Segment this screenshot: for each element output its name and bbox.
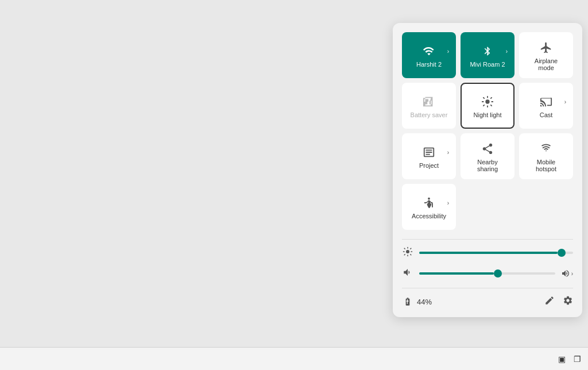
tile-night-light[interactable]: Night light (461, 83, 514, 129)
volume-row: › (402, 267, 573, 280)
battery-charging-icon (402, 297, 413, 306)
tile-project[interactable]: › Project (402, 133, 456, 179)
brightness-row (402, 246, 573, 259)
cast-icon (540, 95, 552, 108)
cast-chevron: › (564, 99, 566, 105)
bottom-actions (544, 295, 573, 308)
accessibility-label: Accessibility (412, 213, 446, 219)
tile-accessibility[interactable]: › Accessibility (402, 184, 456, 230)
taskbar-icon-2[interactable]: ❐ (571, 352, 583, 366)
wifi-icon (423, 45, 435, 57)
tile-cast[interactable]: › Cast (519, 83, 573, 129)
airplane-icon (540, 41, 552, 54)
tile-bluetooth[interactable]: › Mivi Roam 2 (461, 32, 514, 78)
bottom-bar: 44% (402, 295, 573, 308)
brightness-icon (402, 246, 413, 259)
night-light-icon (481, 95, 494, 108)
battery-saver-icon (423, 95, 435, 108)
battery-info: 44% (402, 297, 432, 306)
bt-label: Mivi Roam 2 (470, 61, 505, 68)
divider-1 (402, 239, 573, 240)
project-chevron: › (447, 149, 449, 156)
svg-point-1 (428, 198, 430, 200)
tile-nearby-sharing[interactable]: Nearby sharing (461, 133, 514, 179)
tile-mobile-hotspot[interactable]: Mobile hotspot (519, 133, 573, 179)
nearby-sharing-icon (481, 142, 494, 155)
tiles-grid: › Harshit 2 › Mivi Roam 2 (402, 32, 573, 230)
svg-point-0 (485, 99, 489, 103)
quick-settings-panel: › Harshit 2 › Mivi Roam 2 (393, 23, 582, 317)
svg-point-2 (406, 250, 409, 253)
accessibility-icon (423, 196, 435, 209)
project-icon (423, 146, 435, 159)
edit-button[interactable] (544, 295, 555, 308)
battery-percent: 44% (417, 298, 432, 306)
taskbar-icons: ▣ ❐ (556, 352, 583, 366)
mobile-hotspot-icon (540, 142, 552, 155)
volume-slider[interactable] (419, 272, 555, 275)
battery-saver-label: Battery saver (411, 111, 448, 118)
cast-label: Cast (540, 111, 553, 118)
tile-wifi[interactable]: › Harshit 2 (402, 32, 456, 78)
brightness-slider[interactable] (419, 252, 573, 254)
bluetooth-icon (482, 45, 493, 57)
night-light-label: Night light (474, 111, 502, 118)
taskbar-icon-1[interactable]: ▣ (556, 352, 568, 366)
divider-2 (402, 288, 573, 288)
volume-icon (402, 267, 413, 280)
airplane-label: Airplane mode (526, 57, 566, 71)
bt-chevron: › (506, 48, 508, 55)
tile-battery-saver[interactable]: Battery saver (402, 83, 456, 129)
accessibility-chevron: › (447, 200, 449, 206)
taskbar: ▣ ❐ (0, 347, 588, 370)
mobile-hotspot-label: Mobile hotspot (526, 159, 566, 172)
settings-button[interactable] (563, 295, 573, 308)
wifi-chevron: › (447, 48, 449, 55)
project-label: Project (419, 162, 439, 169)
nearby-sharing-label: Nearby sharing (467, 159, 508, 172)
wifi-label: Harshit 2 (416, 61, 442, 68)
volume-end-control[interactable]: › (561, 269, 573, 278)
tile-airplane[interactable]: Airplane mode (519, 32, 573, 78)
